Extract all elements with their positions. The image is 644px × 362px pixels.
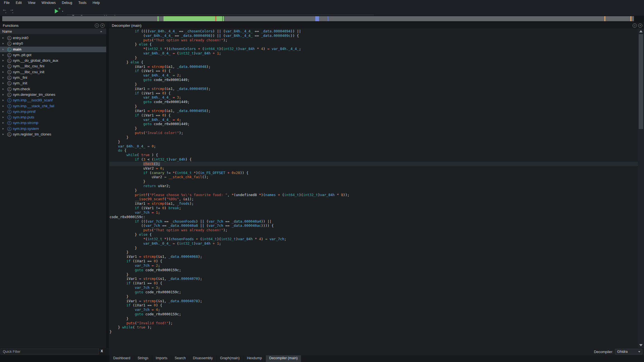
expand-arrow-icon[interactable] [3,77,4,78]
expand-arrow-icon[interactable] [3,128,4,130]
function-row[interactable]: ƒisym.imp.printf [0,109,106,115]
quick-filter-input[interactable] [1,349,99,354]
code-line[interactable]: puts("That option was already chosen!"); [110,228,638,232]
code-line[interactable]: } else { [110,42,638,47]
code-line[interactable]: goto code_r0x00001449; [110,78,638,82]
code-line[interactable]: } [110,246,638,250]
scroll-up-icon[interactable] [639,30,643,32]
tab-dashboard[interactable]: Dashboard [110,355,134,362]
function-row[interactable]: ƒxentry0 [0,41,106,46]
tab-hexdump[interactable]: Hexdump [243,355,265,362]
code-line[interactable]: } [110,179,638,184]
code-line[interactable]: } [110,330,638,334]
code-line[interactable]: puts("Invalid food!"); [110,321,638,325]
expand-arrow-icon[interactable] [3,49,4,50]
code-line[interactable]: if (((var_7ch == _chosenFoods) || (var_7… [110,219,638,224]
code-line[interactable]: puts("Invalid color!"); [110,131,638,135]
function-row[interactable]: ƒisym.imp.system [0,126,106,132]
debug-start-button[interactable] [55,9,58,13]
expand-arrow-icon[interactable] [3,122,4,124]
code-line[interactable]: check(); [110,162,638,166]
code-line[interactable]: uVar2 = __stack_chk_fail(); [110,175,638,179]
function-row[interactable]: ƒxsym.deregister_tm_clones [0,92,106,97]
undock-icon[interactable]: ◇ [95,23,99,28]
debug-options-caret-icon[interactable]: ▾ [62,10,63,13]
forward-caret-icon[interactable]: ▾ [12,12,13,14]
functions-name-column-header[interactable]: Name [0,28,106,34]
function-row[interactable]: ƒisym.imp.__isoc99_scanf [0,97,106,103]
code-line[interactable]: iVar1 = strcmp(&s1, _data.00004078); [110,299,638,303]
code-line[interactable]: var_84h._0_4_ = (int32_t)var_84h + 1; [110,241,638,246]
quick-filter-clear-button[interactable]: X [101,349,103,353]
code-line[interactable]: } [110,104,638,109]
code-line[interactable]: var_84h._0_4_ = 0; [110,144,638,149]
back-caret-icon[interactable]: ▾ [5,12,6,14]
code-line[interactable]: var_7ch = 1; [110,210,638,215]
tab-decompiler-main[interactable]: Decompiler (main) [266,355,301,362]
panel-splitter[interactable] [106,22,109,348]
code-line[interactable]: ((var_7ch == _data.000040a8 || (var_7ch … [110,223,638,228]
code-line[interactable]: } [110,82,638,87]
tab-imports[interactable]: Imports [152,355,171,362]
expand-arrow-icon[interactable] [3,65,4,67]
function-row[interactable]: ƒxsym.__libc_csu_init [0,69,106,75]
code-line[interactable]: iVar1 = strcmp(&s1, _data.00004070); [110,277,638,281]
expand-arrow-icon[interactable] [3,60,4,61]
code-line[interactable]: } else { [110,60,638,65]
function-row[interactable]: ƒxsym..plt.got [0,52,106,58]
code-line[interactable]: var_84h._4_4_ = 2; [110,73,638,78]
tab-disassembly[interactable]: Disassembly [190,355,216,362]
undock-icon[interactable]: ◇ [633,23,637,28]
expand-arrow-icon[interactable] [3,88,4,90]
code-line[interactable]: } else { [110,232,638,237]
code-line[interactable]: } [110,140,638,144]
expand-arrow-icon[interactable] [3,105,4,107]
tab-strings[interactable]: Strings [134,355,152,362]
code-line[interactable]: if (3 < (int32_t)var_84h) { [110,157,638,162]
code-line[interactable]: printf("Please choose %s\'s favorite foo… [110,193,638,197]
code-line[interactable]: iVar1 = strcmp(&s1, _data.00004058); [110,109,638,113]
scrollbar-thumb[interactable] [639,34,643,129]
close-icon[interactable]: ✕ [638,23,642,28]
code-line[interactable]: } [110,188,638,193]
code-line[interactable]: goto code_r0x0000159c; [110,268,638,272]
decompiled-code[interactable]: if ((((var_84h._4_4_ == _chosenColors) |… [109,28,638,348]
code-line[interactable]: return uVar2; [110,184,638,188]
function-row[interactable]: ƒxsym.__libc_csu_fini [0,63,106,69]
function-row[interactable]: ƒisym.imp.puts [0,115,106,120]
code-line[interactable]: } [110,56,638,60]
tab-graph-main[interactable]: Graph(main) [217,355,243,362]
code-line[interactable]: iVar1 = strcmp(&s1, _data.00004068); [110,254,638,259]
code-line[interactable]: if (iVar1 == 0) { [110,303,638,308]
code-line[interactable]: if (iVar1 == 0) { [110,281,638,285]
code-line[interactable]: *(int32_t *)(chosenFoods + (int64_t)(int… [110,237,638,241]
code-line[interactable]: var_7ch = 3; [110,285,638,290]
close-icon[interactable]: ✕ [100,23,105,28]
code-line[interactable]: if (iVar1 == 0) { [110,91,638,96]
forward-button[interactable]: → [9,7,14,12]
code-line[interactable]: if (iVar1 != 0) break; [110,206,638,210]
expand-arrow-icon[interactable] [3,43,4,44]
expand-arrow-icon[interactable] [3,71,4,73]
function-row[interactable]: ƒxsym._init [0,80,106,86]
code-line[interactable]: } [110,316,638,321]
code-line[interactable]: var_84h._4_4_ = 3; [110,95,638,100]
function-row[interactable]: ƒisym.imp.strcmp [0,120,106,126]
code-line[interactable]: } [110,250,638,254]
code-line[interactable]: var_7ch = 4; [110,308,638,312]
code-line[interactable]: iVar1 = strcmp(&s1, _foods); [110,201,638,206]
function-row[interactable]: ƒisym.imp.__stack_chk_fail [0,103,106,109]
code-line[interactable]: goto code_r0x00001449; [110,100,638,104]
memory-map-bar[interactable] [2,16,634,21]
code-line[interactable]: __isoc99_scanf("%99s", &s1); [110,197,638,201]
back-button[interactable]: ← [2,7,7,12]
code-line[interactable]: uVar2 = 0; [110,166,638,171]
code-line[interactable]: } while( true ); [110,325,638,330]
code-line[interactable]: puts("That option was already chosen!"); [110,38,638,42]
expand-arrow-icon[interactable] [3,82,4,84]
function-row[interactable]: ƒxsym.register_tm_clones [0,132,106,137]
expand-arrow-icon[interactable] [3,37,4,39]
function-row[interactable]: ƒxentry.init0 [0,35,106,41]
code-line[interactable]: goto code_r0x0000159c; [110,312,638,316]
code-line[interactable]: goto code_r0x00001449; [110,122,638,126]
